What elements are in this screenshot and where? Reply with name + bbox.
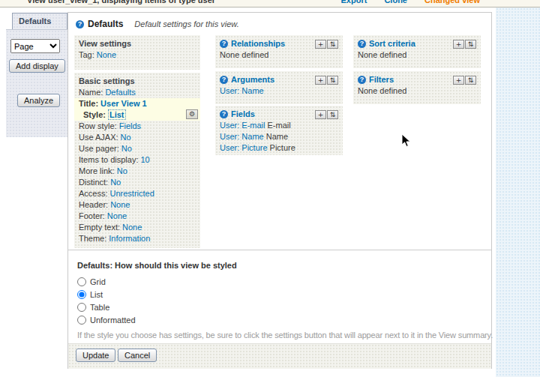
distinct-value-link[interactable]: No <box>110 178 121 187</box>
setting-label: Title: <box>79 99 98 108</box>
setting-row: Tag:None <box>79 49 196 61</box>
row-style-value-link[interactable]: Fields <box>119 121 141 130</box>
field-link[interactable]: User: Name <box>220 132 264 141</box>
field-label: Name <box>266 132 288 141</box>
analyze-button[interactable]: Analyze <box>17 94 60 107</box>
update-button[interactable]: Update <box>76 349 116 362</box>
theme-value-link[interactable]: Information <box>109 234 150 243</box>
radio-list-label: List <box>90 290 103 299</box>
display-title: Defaults <box>88 19 123 29</box>
section-relationships: ? Relationships + ⇅ None defined <box>215 35 343 68</box>
argument-link[interactable]: User: Name <box>220 86 264 95</box>
radio-option-unformatted[interactable]: Unformatted <box>77 316 136 325</box>
radio-option-list[interactable]: List <box>77 290 103 299</box>
radio-grid[interactable] <box>77 277 86 286</box>
setting-row: Theme:Information <box>79 233 196 244</box>
setting-row: Distinct:No <box>79 177 196 188</box>
display-type-select[interactable]: Page <box>10 39 60 53</box>
tag-value-link[interactable]: None <box>97 50 116 59</box>
setting-label: Tag: <box>79 50 94 59</box>
help-icon[interactable]: ? <box>220 40 228 48</box>
setting-row: Name:Defaults <box>79 87 196 98</box>
use-pager-value-link[interactable]: No <box>122 144 132 153</box>
help-icon[interactable]: ? <box>220 76 228 84</box>
setting-row-changed: Title:User View 1 <box>74 98 200 109</box>
help-icon[interactable]: ? <box>358 76 366 84</box>
changed-view-indicator[interactable]: Changed view <box>424 0 480 4</box>
add-display-button[interactable]: Add display <box>9 59 65 73</box>
cancel-button[interactable]: Cancel <box>118 349 157 362</box>
add-icon[interactable]: + <box>453 40 464 49</box>
relationships-empty-text: None defined <box>220 49 338 61</box>
more-link-value-link[interactable]: No <box>117 166 128 175</box>
add-icon[interactable]: + <box>315 76 326 85</box>
setting-row: More link:No <box>79 166 196 177</box>
add-icon[interactable]: + <box>453 76 464 85</box>
help-icon[interactable]: ? <box>76 20 84 28</box>
rearrange-icon[interactable]: ⇅ <box>327 40 338 49</box>
setting-label: Header: <box>79 200 108 209</box>
sort-criteria-title-link[interactable]: Sort criteria <box>369 38 416 49</box>
setting-label: Theme: <box>79 234 106 243</box>
rearrange-icon[interactable]: ⇅ <box>465 40 476 49</box>
form-title: Defaults: How should this view be styled <box>77 261 237 270</box>
field-link[interactable]: User: E-mail <box>220 121 266 130</box>
style-settings-gear-icon[interactable]: ⚙ <box>186 109 198 119</box>
setting-label: Style: <box>83 110 106 119</box>
header-value-link[interactable]: None <box>110 200 130 209</box>
radio-list[interactable] <box>77 290 86 299</box>
sort-criteria-empty-text: None defined <box>358 49 476 61</box>
empty-text-value-link[interactable]: None <box>122 223 142 232</box>
setting-label: Footer: <box>79 211 105 220</box>
export-link[interactable]: Export <box>341 0 368 4</box>
filters-title-link[interactable]: Filters <box>369 74 394 85</box>
section-filters: ? Filters + ⇅ None defined <box>353 71 481 104</box>
section-sort-criteria: ? Sort criteria + ⇅ None defined <box>353 35 481 68</box>
radio-table[interactable] <box>77 303 86 312</box>
radio-option-grid[interactable]: Grid <box>77 277 106 286</box>
clone-link[interactable]: Clone <box>384 0 407 4</box>
view-settings-title: View settings <box>79 38 196 49</box>
form-button-bar: Update Cancel <box>68 343 491 369</box>
title-value-link[interactable]: User View 1 <box>100 99 147 108</box>
field-label: E-mail <box>268 121 291 130</box>
radio-option-table[interactable]: Table <box>77 303 110 312</box>
setting-label: Empty text: <box>79 223 120 232</box>
setting-label: Items to display: <box>79 155 138 164</box>
display-subtitle: Default settings for this view. <box>134 19 238 28</box>
help-icon[interactable]: ? <box>358 40 366 48</box>
use-ajax-value-link[interactable]: No <box>121 133 131 142</box>
field-link[interactable]: User: Picture <box>220 143 268 152</box>
arguments-title-link[interactable]: Arguments <box>231 74 274 85</box>
section-basic-settings: Basic settings Name:Defaults Title:User … <box>74 73 200 248</box>
tab-defaults[interactable]: Defaults <box>12 13 68 29</box>
add-icon[interactable]: + <box>315 40 326 49</box>
top-bar: View user_view_1, displaying items of ty… <box>0 0 540 7</box>
setting-label: Row style: <box>79 121 117 130</box>
setting-label: Access: <box>79 189 108 198</box>
display-header: ? Defaults Default settings for this vie… <box>76 19 239 29</box>
name-value-link[interactable]: Defaults <box>105 88 135 97</box>
add-icon[interactable]: + <box>315 110 326 119</box>
field-item: User: E-mailE-mail <box>220 120 338 131</box>
rearrange-icon[interactable]: ⇅ <box>327 110 338 119</box>
radio-table-label: Table <box>90 303 110 312</box>
items-to-display-value-link[interactable]: 10 <box>140 155 149 164</box>
rearrange-icon[interactable]: ⇅ <box>465 76 476 85</box>
fields-title-link[interactable]: Fields <box>231 109 255 120</box>
setting-row: Footer:None <box>79 211 196 222</box>
radio-unformatted[interactable] <box>77 316 86 325</box>
help-icon[interactable]: ? <box>220 110 228 118</box>
rearrange-icon[interactable]: ⇅ <box>327 76 338 85</box>
top-links: Export Clone Changed view <box>326 0 481 4</box>
views-background-strip <box>496 7 540 377</box>
filters-empty-text: None defined <box>358 85 476 97</box>
access-value-link[interactable]: Unrestricted <box>110 189 154 198</box>
setting-row: Header:None <box>79 199 196 211</box>
setting-label: Name: <box>79 88 103 97</box>
field-item: User: PicturePicture <box>220 142 338 154</box>
style-value-link[interactable]: List <box>108 109 126 120</box>
relationships-title-link[interactable]: Relationships <box>231 38 285 49</box>
footer-value-link[interactable]: None <box>107 211 127 220</box>
setting-label: Use pager: <box>79 144 119 153</box>
